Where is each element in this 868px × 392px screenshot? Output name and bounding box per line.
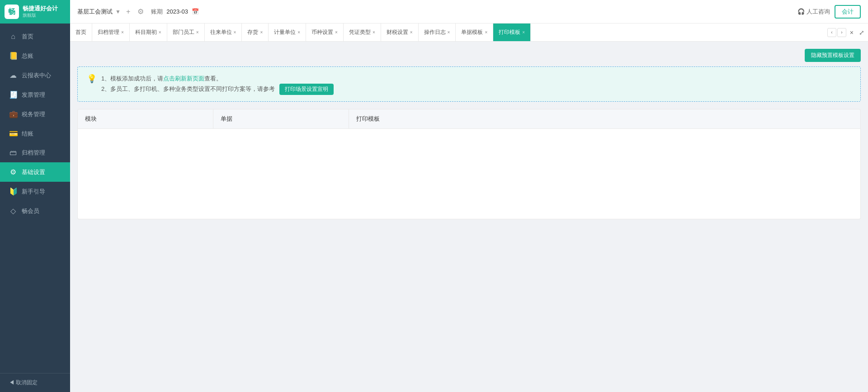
tab-home[interactable]: 首页 — [70, 24, 92, 41]
tab-archive[interactable]: 归档管理 × — [92, 24, 130, 41]
reports-icon: ☁ — [9, 71, 17, 80]
tab-oplog-close[interactable]: × — [448, 30, 450, 35]
tabbar: 首页 归档管理 × 科目期初 × 部门员工 × 往来单位 × 存货 × 计量单位… — [70, 24, 868, 42]
tab-stock-label: 存货 — [247, 28, 258, 36]
sidebar-item-label: 云报表中心 — [22, 71, 51, 80]
tab-print-close[interactable]: × — [522, 30, 525, 35]
tab-oplog-label: 操作日志 — [424, 28, 446, 36]
account-button[interactable]: 会计 — [835, 5, 861, 19]
tab-home-label: 首页 — [75, 28, 86, 36]
sidebar-item-basic[interactable]: ⚙ 基础设置 — [0, 162, 70, 182]
sidebar-item-label: 归档管理 — [22, 149, 45, 157]
archive-icon: 🗃 — [9, 149, 17, 157]
sidebar-item-label: 发票管理 — [22, 91, 45, 99]
info-line1-suffix: 查看。 — [204, 75, 222, 82]
tab-tax-set[interactable]: 财税设置 × — [381, 24, 419, 41]
tab-unit-close[interactable]: × — [297, 30, 300, 35]
sidebar-item-invoice[interactable]: 🧾 发票管理 — [0, 85, 70, 104]
tax-icon: 💼 — [9, 110, 17, 118]
tab-archive-label: 归档管理 — [98, 28, 119, 36]
tab-subject-close[interactable]: × — [159, 30, 161, 35]
sidebar-item-tax[interactable]: 💼 税务管理 — [0, 104, 70, 124]
print-scene-button[interactable]: 打印场景设置宣明 — [279, 84, 334, 95]
sidebar-item-archive[interactable]: 🗃 归档管理 — [0, 143, 70, 162]
info-line1-link[interactable]: 点击刷新新页面 — [163, 75, 204, 82]
settings-icon[interactable]: ⚙ — [136, 7, 146, 16]
th-receipt: 单据 — [213, 109, 349, 128]
sidebar-item-ledger[interactable]: 📒 总账 — [0, 46, 70, 66]
tab-print[interactable]: 打印模板 × — [493, 24, 531, 41]
top-actions: 隐藏预置模板设置 — [77, 49, 861, 62]
tab-close-all-button[interactable]: × — [847, 29, 856, 36]
tab-next-button[interactable]: › — [837, 28, 846, 37]
page-content: 隐藏预置模板设置 💡 1、模板添加成功后，请点击刷新新页面查看。 2、多员工、多… — [70, 42, 868, 392]
sidebar-item-label: 畅会员 — [22, 207, 39, 215]
tab-tax-set-close[interactable]: × — [410, 30, 413, 35]
topbar: 基层工会测试 ▼ + ⚙ 账期 2023-03 📅 🎧 人工咨询 会计 — [70, 0, 868, 24]
period-label: 账期 — [151, 8, 163, 16]
tab-currency-label: 币种设置 — [311, 28, 333, 36]
sidebar-item-label: 新手引导 — [22, 188, 45, 196]
sidebar-nav: ⌂ 首页 📒 总账 ☁ 云报表中心 🧾 发票管理 💼 税务管理 💳 结账 🗃 归… — [0, 24, 70, 373]
tab-oplog[interactable]: 操作日志 × — [419, 24, 456, 41]
tab-receipt[interactable]: 单据模板 × — [456, 24, 493, 41]
hide-preview-button[interactable]: 隐藏预置模板设置 — [805, 49, 861, 62]
info-text: 1、模板添加成功后，请点击刷新新页面查看。 2、多员工、多打印机、多种业务类型设… — [101, 73, 334, 95]
tab-print-label: 打印模板 — [499, 28, 520, 36]
info-line2: 2、多员工、多打印机、多种业务类型设置不同打印方案等，请参考 打印场景设置宣明 — [101, 84, 334, 95]
help-button[interactable]: 🎧 人工咨询 — [797, 8, 830, 16]
member-icon: ◇ — [9, 207, 17, 215]
tab-subject[interactable]: 科目期初 × — [130, 24, 167, 41]
tab-voucher-close[interactable]: × — [373, 30, 375, 35]
sidebar-item-label: 基础设置 — [22, 168, 45, 176]
period-value: 2023-03 — [166, 8, 188, 15]
sidebar-item-guide[interactable]: 🔰 新手引导 — [0, 182, 70, 201]
add-company-button[interactable]: + — [124, 8, 132, 16]
logo-text: 畅捷通好会计 旗舰版 — [23, 5, 58, 19]
tab-subject-label: 科目期初 — [135, 28, 157, 36]
topbar-right: 🎧 人工咨询 会计 — [797, 5, 861, 19]
company-selector[interactable]: 基层工会测试 ▼ — [77, 8, 121, 16]
tab-supplier-close[interactable]: × — [234, 30, 236, 35]
tab-prev-button[interactable]: ‹ — [827, 28, 836, 37]
tab-tax-set-label: 财税设置 — [387, 28, 408, 36]
tab-receipt-label: 单据模板 — [461, 28, 483, 36]
sidebar-item-label: 结账 — [22, 130, 33, 138]
tab-voucher[interactable]: 凭证类型 × — [344, 24, 381, 41]
sidebar: 畅 畅捷通好会计 旗舰版 ⌂ 首页 📒 总账 ☁ 云报表中心 🧾 发票管理 💼 … — [0, 0, 70, 392]
sidebar-item-reports[interactable]: ☁ 云报表中心 — [0, 66, 70, 85]
invoice-icon: 🧾 — [9, 90, 17, 99]
tab-unit-label: 计量单位 — [274, 28, 296, 36]
tab-dept[interactable]: 部门员工 × — [167, 24, 205, 41]
info-line1: 1、模板添加成功后，请点击刷新新页面查看。 — [101, 73, 334, 84]
table-header: 模块 单据 打印模板 — [77, 109, 861, 129]
sidebar-unpin-button[interactable]: ◀ 取消固定 — [0, 373, 70, 392]
sidebar-item-checkout[interactable]: 💳 结账 — [0, 124, 70, 143]
tab-currency[interactable]: 币种设置 × — [306, 24, 344, 41]
tab-expand-button[interactable]: ⤢ — [857, 29, 866, 36]
ledger-icon: 📒 — [9, 52, 17, 60]
tab-receipt-close[interactable]: × — [485, 30, 487, 35]
sidebar-item-label: 税务管理 — [22, 110, 45, 118]
guide-icon: 🔰 — [9, 187, 17, 196]
basic-icon: ⚙ — [9, 168, 17, 176]
info-box: 💡 1、模板添加成功后，请点击刷新新页面查看。 2、多员工、多打印机、多种业务类… — [77, 66, 861, 102]
help-label: 人工咨询 — [807, 8, 830, 16]
tab-supplier[interactable]: 往来单位 × — [205, 24, 242, 41]
tab-unit[interactable]: 计量单位 × — [269, 24, 306, 41]
sidebar-logo: 畅 畅捷通好会计 旗舰版 — [0, 0, 70, 24]
tab-stock[interactable]: 存货 × — [242, 24, 269, 41]
sidebar-item-member[interactable]: ◇ 畅会员 — [0, 201, 70, 221]
tab-dept-close[interactable]: × — [196, 30, 199, 35]
tab-stock-close[interactable]: × — [260, 30, 263, 35]
headset-icon: 🎧 — [797, 8, 805, 15]
table-body — [77, 129, 861, 219]
th-module: 模块 — [78, 109, 213, 128]
sidebar-item-home[interactable]: ⌂ 首页 — [0, 27, 70, 46]
company-dropdown-icon: ▼ — [115, 9, 121, 15]
checkout-icon: 💳 — [9, 129, 17, 138]
th-print-template: 打印模板 — [349, 109, 860, 128]
tab-archive-close[interactable]: × — [121, 30, 124, 35]
tab-currency-close[interactable]: × — [335, 30, 338, 35]
calendar-icon[interactable]: 📅 — [192, 8, 199, 15]
